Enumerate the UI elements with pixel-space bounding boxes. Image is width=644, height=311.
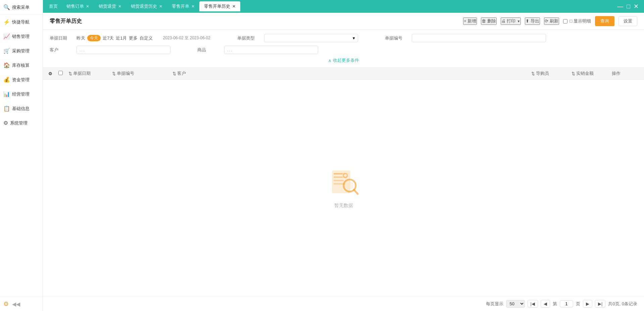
per-page-label: 每页显示: [486, 301, 503, 307]
tab-sales-order[interactable]: 销售订单 ✕: [62, 1, 94, 11]
tab-close-retail-open[interactable]: ✕: [191, 4, 195, 9]
date-options: 昨天 今天 近7天 近1月 更多 自定义: [77, 35, 153, 41]
date-option-1month[interactable]: 近1月: [116, 35, 127, 41]
page-title: 零售开单历史: [50, 18, 82, 25]
sidebar-item-operation[interactable]: 📊 经营管理: [0, 87, 43, 101]
search-icon: 🔍: [3, 4, 10, 10]
export-button[interactable]: ⬆ 导出: [525, 17, 540, 25]
sidebar-item-quick-nav[interactable]: ⚡ 快捷导航: [0, 15, 43, 29]
page-label: 第: [553, 301, 557, 307]
collapse-button[interactable]: ∧ 收起更多条件: [50, 57, 637, 63]
col-header-order-no[interactable]: ⇅ 单据编号: [112, 70, 172, 76]
tab-retail-open-history[interactable]: 零售开单历史 ✕: [199, 1, 240, 11]
display-detail-checkbox[interactable]: □ 显示明细: [563, 18, 591, 24]
sidebar-search-label: 搜索采单: [12, 4, 30, 10]
empty-text: 暂无数据: [334, 203, 353, 209]
sort-icon: ⇅: [112, 71, 116, 76]
last-page-button[interactable]: ▶|: [595, 300, 605, 308]
date-option-7days[interactable]: 近7天: [103, 35, 114, 41]
sort-icon: ⇅: [172, 71, 176, 76]
print-button[interactable]: 🖨 打印 ▼: [501, 17, 521, 25]
tab-close-sales-return-history[interactable]: ✕: [159, 4, 162, 9]
close-button[interactable]: ✕: [634, 3, 639, 10]
date-option-yesterday[interactable]: 昨天: [77, 35, 85, 41]
print-chevron-icon: ▼: [517, 19, 520, 23]
filter-row-date: 单据日期 昨天 今天 近7天 近1月 更多 自定义 2023-06-02 至 2…: [50, 34, 637, 42]
minimize-button[interactable]: —: [617, 3, 623, 10]
empty-icon: [327, 167, 360, 197]
chevron-down-icon: ▾: [353, 36, 355, 41]
table-settings[interactable]: ⚙: [48, 71, 58, 76]
page-content: 零售开单历史 + 新增 🗑 删除 🖨 打印 ▼ ⬆ 导出 ⟳ 刷新: [43, 13, 644, 311]
tab-close-sales-return[interactable]: ✕: [118, 4, 121, 9]
order-type-label: 单据类型: [237, 35, 257, 41]
tab-home[interactable]: 首页: [45, 1, 62, 11]
sidebar-item-finance[interactable]: 💰 资金管理: [0, 72, 43, 87]
customer-select[interactable]: ...: [77, 46, 170, 54]
settings-bottom-icon[interactable]: ⚙: [3, 300, 9, 308]
sidebar-item-purchase[interactable]: 🛒 采购管理: [0, 44, 43, 58]
col-header-guide[interactable]: ⇅ 导购员: [531, 70, 572, 76]
sidebar-item-sales[interactable]: 📈 销售管理: [0, 29, 43, 44]
order-type-select[interactable]: ▾: [264, 34, 358, 42]
main-area: 首页 销售订单 ✕ 销货退货 ✕ 销货退货历史 ✕ 零售开单 ✕ 零售开单历史 …: [43, 0, 644, 311]
sidebar-item-label: 库存核算: [12, 62, 30, 68]
table-header: ⚙ ⇅ 单据日期 ⇅ 单据编号 ⇅ 客户 ⇅: [43, 68, 644, 80]
sidebar-item-system[interactable]: ⚙ 系统管理: [0, 116, 43, 130]
select-all-checkbox[interactable]: [58, 71, 68, 76]
product-label: 商品: [197, 47, 217, 53]
sidebar-item-label: 销售管理: [12, 34, 30, 40]
tab-close-retail-open-history[interactable]: ✕: [232, 4, 236, 9]
col-header-date[interactable]: ⇅ 单据日期: [68, 70, 112, 76]
pagination: 每页显示 50 100 200 |◀ ◀ 第 页 ▶ ▶| 共0页, 0条记录: [43, 296, 644, 311]
sidebar-item-label: 采购管理: [12, 48, 30, 54]
tab-close-sales-order[interactable]: ✕: [86, 4, 89, 9]
operation-icon: 📊: [3, 91, 10, 97]
sidebar-item-label: 基础信息: [12, 106, 30, 112]
setting-button[interactable]: 设置: [618, 16, 637, 26]
table-area: ⚙ ⇅ 单据日期 ⇅ 单据编号 ⇅ 客户 ⇅: [43, 68, 644, 296]
sidebar-item-basic[interactable]: 📋 基础信息: [0, 101, 43, 116]
col-header-amount[interactable]: ⇅ 实销金额: [572, 70, 612, 76]
delete-button[interactable]: 🗑 删除: [481, 17, 497, 25]
sidebar: 🔍 搜索采单 ⚡ 快捷导航 📈 销售管理 🛒 采购管理 🏠 库存核算 💰 资金管…: [0, 0, 43, 311]
date-option-today[interactable]: 今天: [87, 35, 101, 41]
quick-nav-icon: ⚡: [3, 19, 10, 25]
next-page-button[interactable]: ▶: [583, 300, 592, 308]
sidebar-bottom: ⚙ ◀◀: [0, 297, 43, 311]
sidebar-item-inventory[interactable]: 🏠 库存核算: [0, 58, 43, 72]
svg-rect-3: [334, 180, 344, 181]
inventory-icon: 🏠: [3, 62, 10, 68]
maximize-button[interactable]: □: [627, 3, 630, 10]
prev-page-button[interactable]: ◀: [541, 300, 550, 308]
col-header-action: 操作: [612, 70, 639, 76]
tab-bar: 首页 销售订单 ✕ 销货退货 ✕ 销货退货历史 ✕ 零售开单 ✕ 零售开单历史 …: [43, 0, 644, 13]
add-button[interactable]: + 新增: [463, 17, 477, 25]
sidebar-search[interactable]: 🔍 搜索采单: [0, 0, 43, 15]
filter-row-customer: 客户 ... 商品 ...: [50, 46, 637, 54]
refresh-button[interactable]: ⟳ 刷新: [544, 17, 559, 25]
basic-icon: 📋: [3, 105, 10, 112]
tab-sales-return-history[interactable]: 销货退货历史 ✕: [126, 1, 167, 11]
date-option-custom[interactable]: 自定义: [140, 35, 153, 41]
chevron-up-icon: ∧: [328, 58, 332, 63]
query-button[interactable]: 查询: [595, 16, 614, 26]
col-header-customer[interactable]: ⇅ 客户: [172, 70, 531, 76]
sort-icon: ⇅: [572, 71, 575, 76]
date-option-more[interactable]: 更多: [129, 35, 138, 41]
total-info: 共0页, 0条记录: [608, 301, 637, 307]
page-suffix: 页: [576, 301, 580, 307]
tab-sales-return[interactable]: 销货退货 ✕: [94, 1, 126, 11]
svg-point-6: [346, 182, 354, 190]
settings-icon: ⚙: [48, 71, 52, 76]
order-no-input[interactable]: [412, 34, 546, 42]
window-controls: — □ ✕: [617, 3, 642, 10]
date-range: 2023-06-02 至 2023-06-02: [163, 35, 210, 41]
product-select[interactable]: ...: [224, 46, 318, 54]
page-input[interactable]: [560, 300, 573, 307]
date-label: 单据日期: [50, 35, 70, 41]
first-page-button[interactable]: |◀: [528, 300, 538, 308]
per-page-select[interactable]: 50 100 200: [506, 300, 525, 308]
tab-retail-open[interactable]: 零售开单 ✕: [167, 1, 199, 11]
collapse-sidebar-icon[interactable]: ◀◀: [12, 301, 20, 307]
